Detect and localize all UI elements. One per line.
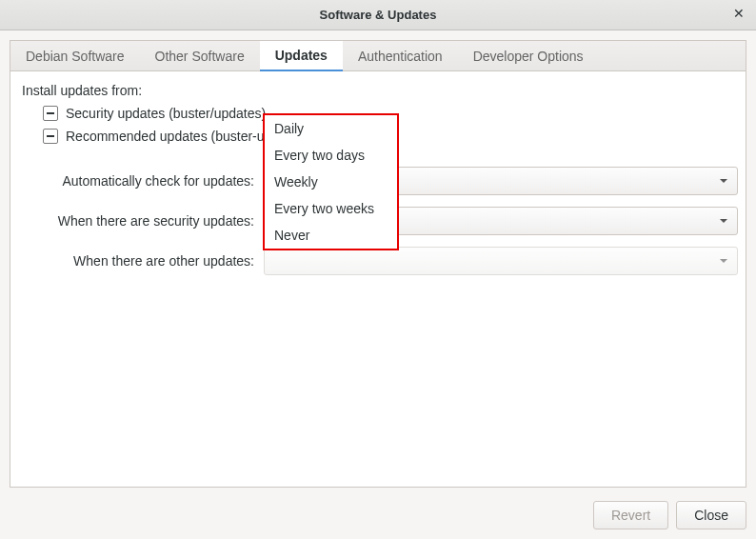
- tab-developer-options[interactable]: Developer Options: [458, 41, 599, 70]
- revert-button[interactable]: Revert: [593, 501, 668, 529]
- dropdown-item-daily[interactable]: Daily: [265, 115, 397, 142]
- window-title: Software & Updates: [320, 8, 437, 22]
- setting-label: When there are security updates:: [18, 213, 264, 229]
- checkbox-label: Security updates (buster/updates): [66, 106, 266, 121]
- close-icon[interactable]: ✕: [729, 4, 748, 23]
- install-from-label: Install updates from:: [22, 83, 738, 98]
- checkbox-icon[interactable]: [43, 106, 58, 121]
- tab-bar: Debian Software Other Software Updates A…: [10, 41, 746, 71]
- dropdown-item-every-two-days[interactable]: Every two days: [265, 142, 397, 169]
- chevron-down-icon: [720, 219, 727, 223]
- tab-other-software[interactable]: Other Software: [140, 41, 260, 70]
- chevron-down-icon: [720, 259, 727, 263]
- chevron-down-icon: [720, 179, 727, 183]
- setting-label: When there are other updates:: [18, 253, 264, 269]
- setting-label: Automatically check for updates:: [18, 173, 264, 189]
- content-area: Debian Software Other Software Updates A…: [0, 30, 756, 488]
- dropdown-item-never[interactable]: Never: [265, 222, 397, 249]
- checkbox-icon[interactable]: [43, 129, 58, 144]
- tab-authentication[interactable]: Authentication: [343, 41, 458, 70]
- combo-other-updates[interactable]: [264, 247, 738, 275]
- footer: Revert Close: [593, 501, 746, 529]
- titlebar: Software & Updates ✕: [0, 0, 756, 30]
- dropdown-item-every-two-weeks[interactable]: Every two weeks: [265, 195, 397, 222]
- tab-debian-software[interactable]: Debian Software: [10, 41, 140, 70]
- close-button[interactable]: Close: [676, 501, 746, 529]
- dropdown-item-weekly[interactable]: Weekly: [265, 169, 397, 195]
- tabs-container: Debian Software Other Software Updates A…: [10, 40, 746, 488]
- dropdown-popup-auto-check: Daily Every two days Weekly Every two we…: [263, 113, 399, 250]
- tab-updates[interactable]: Updates: [260, 41, 343, 71]
- setting-other-updates: When there are other updates:: [18, 247, 738, 275]
- tab-content-updates: Install updates from: Security updates (…: [10, 71, 746, 298]
